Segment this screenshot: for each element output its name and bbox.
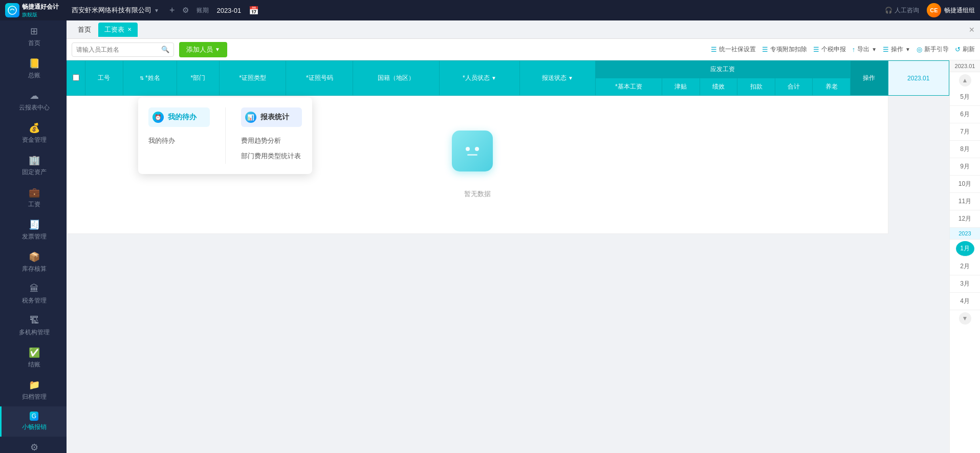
month-item-9[interactable]: 9月 <box>950 158 980 176</box>
user-info[interactable]: CE 畅捷通组组 <box>927 3 975 17</box>
robot-eye-right <box>475 147 479 151</box>
logo-area: 畅捷通好会计 旗舰版 <box>5 3 67 18</box>
ledger-icon: 📒 <box>29 58 40 69</box>
app-logo-icon <box>5 3 19 17</box>
month-item-1-active[interactable]: 1月 <box>956 241 974 256</box>
tab-salary-table-label: 工资表 <box>104 25 124 34</box>
tab-home-label: 首页 <box>78 25 91 34</box>
month-panel-header: 2023.01 <box>950 60 980 72</box>
toolbar: 🔍 添加人员 ▼ ☰ 统一社保设置 ☰ 专项附加扣除 ☰ 个税申报 <box>67 39 980 60</box>
toolbar-actions: ☰ 统一社保设置 ☰ 专项附加扣除 ☰ 个税申报 ↑ 导出 ▼ ☰ <box>711 45 975 54</box>
personal-tax-icon: ☰ <box>813 46 819 53</box>
month-item-5[interactable]: 5月 <box>950 89 980 106</box>
add-person-button[interactable]: 添加人员 ▼ <box>179 42 227 57</box>
month-item-7[interactable]: 7月 <box>950 123 980 141</box>
sidebar-label-home: 首页 <box>28 39 40 48</box>
operation-button[interactable]: ☰ 操作 ▼ <box>883 45 910 54</box>
empty-robot-icon <box>452 131 493 171</box>
period-col-header: 2023.01 <box>888 61 949 96</box>
month-item-10[interactable]: 10月 <box>950 176 980 193</box>
robot-face <box>460 141 485 161</box>
sidebar-item-basic-settings[interactable]: ⚙ 基础设置 <box>0 437 67 453</box>
report-col-icon: 📊 <box>245 112 256 123</box>
month-item-12[interactable]: 12月 <box>950 210 980 228</box>
popup-col-todo: ⏰ 我的待办 我的待办 <box>148 107 210 164</box>
company-selector[interactable]: 西安虾米网络科技有限公司 ▼ <box>67 6 164 15</box>
search-wrap: 🔍 <box>72 42 174 57</box>
sidebar-item-fund[interactable]: 💰 资金管理 <box>0 117 67 149</box>
sidebar-item-fixed-assets[interactable]: 🏢 固定资产 <box>0 149 67 182</box>
top-header: 畅捷通好会计 旗舰版 西安虾米网络科技有限公司 ▼ + ⚙ 账期 2023-01… <box>0 0 980 20</box>
export-button[interactable]: ↑ 导出 ▼ <box>852 45 877 54</box>
dept-header: *部门 <box>177 61 219 96</box>
social-security-button[interactable]: ☰ 统一社保设置 <box>711 45 756 54</box>
search-input[interactable] <box>76 46 161 53</box>
month-nav-down[interactable]: ▼ <box>959 312 971 325</box>
tab-home[interactable]: 首页 <box>72 23 97 37</box>
export-icon: ↑ <box>852 46 856 53</box>
popup-overlay: ⏰ 我的待办 我的待办 📊 报表统计 费用趋势分析 部门费用类型统计表 <box>138 97 312 174</box>
calendar-icon[interactable]: 📅 <box>249 6 259 15</box>
sidebar-label-invoice: 发票管理 <box>22 232 47 241</box>
fund-icon: 💰 <box>29 122 40 134</box>
year-2023-label: 2023 <box>950 228 980 240</box>
todo-col-icon: ⏰ <box>153 112 164 123</box>
sidebar-item-home[interactable]: ⊞ 首页 <box>0 20 67 53</box>
checkbox-header[interactable] <box>67 61 85 96</box>
sidebar-item-ledger[interactable]: 📒 总账 <box>0 53 67 85</box>
job-num-header: 工号 <box>85 61 123 96</box>
sidebar-item-archive[interactable]: 📁 归档管理 <box>0 374 67 406</box>
social-security-icon: ☰ <box>711 46 717 53</box>
special-deduct-icon: ☰ <box>762 46 768 53</box>
sort-icon-name: ⇅ <box>140 75 144 81</box>
popup-item-my-todo[interactable]: 我的待办 <box>148 133 210 148</box>
sidebar-item-inventory[interactable]: 📦 库存核算 <box>0 246 67 278</box>
company-chevron-icon: ▼ <box>154 8 159 13</box>
archive-icon: 📁 <box>29 379 40 391</box>
new-guide-toolbar-button[interactable]: ◎ 新手引导 <box>917 45 949 54</box>
name-header[interactable]: ⇅ *姓名 <box>123 61 177 96</box>
sidebar-item-settlement[interactable]: ✅ 结账 <box>0 342 67 374</box>
popup-item-cost-trend[interactable]: 费用趋势分析 <box>241 133 302 148</box>
tab-salary-table[interactable]: 工资表 ✕ <box>98 23 138 37</box>
invoice-icon: 🧾 <box>29 219 40 230</box>
sidebar-item-xiaochang[interactable]: G 小畅报销 <box>0 406 67 437</box>
logo-text-area: 畅捷通好会计 旗舰版 <box>22 3 59 18</box>
special-deduct-button[interactable]: ☰ 专项附加扣除 <box>762 45 807 54</box>
month-item-11[interactable]: 11月 <box>950 193 980 210</box>
month-item-8[interactable]: 8月 <box>950 141 980 158</box>
person-status-header: *人员状态 ▼ <box>440 61 520 96</box>
sidebar-item-cloud-report[interactable]: ☁ 云报表中心 <box>0 85 67 117</box>
tax-icon: 🏛 <box>30 284 39 294</box>
close-content-button[interactable]: ✕ <box>969 26 975 34</box>
month-nav-up[interactable]: ▲ <box>959 74 971 87</box>
settings-button[interactable]: ⚙ <box>182 6 189 15</box>
performance-header: 绩效 <box>700 78 737 96</box>
svg-point-0 <box>8 6 16 14</box>
basic-settings-icon: ⚙ <box>30 442 38 453</box>
sidebar-item-invoice[interactable]: 🧾 发票管理 <box>0 214 67 246</box>
sidebar-item-tax[interactable]: 🏛 税务管理 <box>0 278 67 310</box>
support-button[interactable]: 🎧 人工咨询 <box>885 6 919 15</box>
multi-org-icon: 🏗 <box>30 315 39 326</box>
add-company-button[interactable]: + <box>169 5 175 16</box>
salary-icon: 💼 <box>29 187 40 198</box>
export-chevron-icon: ▼ <box>872 47 877 52</box>
refresh-button[interactable]: ↺ 刷新 <box>955 45 975 54</box>
select-all-checkbox[interactable] <box>73 74 79 81</box>
sidebar-item-multi-org[interactable]: 🏗 多机构管理 <box>0 310 67 342</box>
month-item-6[interactable]: 6月 <box>950 106 980 123</box>
tab-close-icon[interactable]: ✕ <box>127 27 132 32</box>
personal-tax-button[interactable]: ☰ 个税申报 <box>813 45 846 54</box>
empty-text: 暂无数据 <box>464 189 491 199</box>
month-item-2[interactable]: 2月 <box>950 258 980 275</box>
popup-item-dept-cost[interactable]: 部门费用类型统计表 <box>241 148 302 164</box>
filter-report-status-icon[interactable]: ▼ <box>568 75 573 81</box>
filter-person-status-icon[interactable]: ▼ <box>491 75 496 81</box>
sidebar-item-salary[interactable]: 💼 工资 <box>0 182 67 214</box>
deduction-header: 扣款 <box>737 78 775 96</box>
empty-icon-wrap <box>452 131 503 182</box>
month-item-4[interactable]: 4月 <box>950 293 980 310</box>
month-item-3[interactable]: 3月 <box>950 275 980 293</box>
header-actions: + ⚙ 账期 2023-01 📅 <box>169 5 259 16</box>
